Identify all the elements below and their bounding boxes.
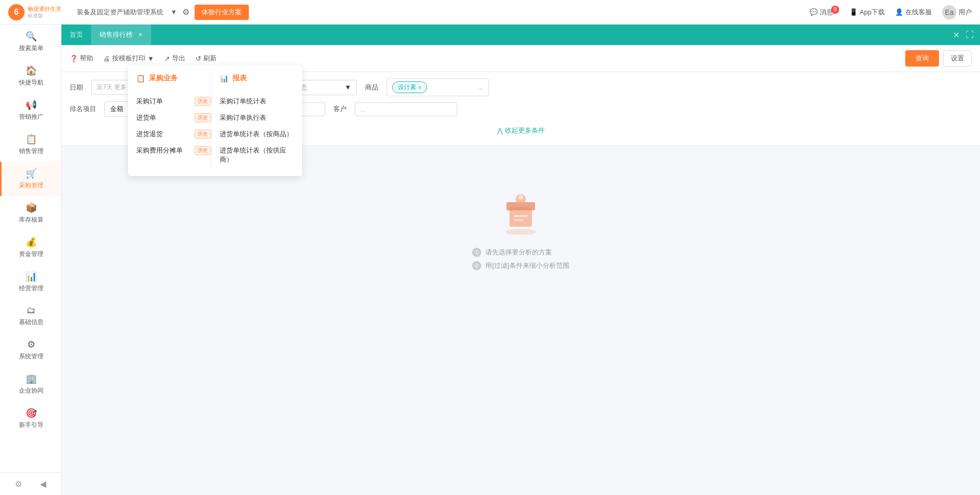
app-container: 6 畅捷通好生意 标准版 装备及固定资产辅助管理系统 ▼ ⚙ 体验行业方案 💬 … xyxy=(0,0,980,495)
sidebar-item-basic[interactable]: 🗂 基础信息 xyxy=(0,299,61,333)
dropdown-col-purchase-business: 📋 采购业务 采购订单 历史 进货单 历史 进货退货 xyxy=(136,74,211,168)
top-bar-left: 6 畅捷通好生意 标准版 装备及固定资产辅助管理系统 ▼ ⚙ 体验行业方案 xyxy=(8,4,249,20)
user-item[interactable]: Ea 用户 xyxy=(942,5,972,19)
tab-close-icon[interactable]: ✕ xyxy=(138,31,143,38)
online-service-item[interactable]: 👤 在线客服 xyxy=(895,8,932,17)
empty-tip-2: ② 用[过滤]条件来缩小分析范围 xyxy=(472,261,569,270)
tab-close-all-icon[interactable]: ✕ xyxy=(953,30,960,40)
footer-settings-icon[interactable]: ⚙ xyxy=(15,479,22,489)
sidebar-label-inventory: 库存核算 xyxy=(19,216,44,224)
empty-icon-container xyxy=(495,187,546,240)
product-tag: 设计素 × xyxy=(392,81,427,93)
sidebar-label-sales: 销售管理 xyxy=(19,147,44,156)
tab-sales-rank[interactable]: 销售排行榜 ✕ xyxy=(91,25,151,45)
dropdown-item-expense[interactable]: 采购费用分摊单 历史 xyxy=(136,142,211,159)
svg-rect-3 xyxy=(514,215,528,217)
sidebar-label-quick: 快捷导航 xyxy=(19,78,44,87)
main-area: 🔍 搜索菜单 🏠 快捷导航 📢 营销推广 📋 销售管理 🛒 采购管理 📦 xyxy=(0,25,980,495)
user-avatar: Ea xyxy=(942,5,956,19)
help-btn[interactable]: ❓ 帮助 xyxy=(70,54,93,63)
customer-label: 客户 xyxy=(333,104,347,114)
sales-icon: 📋 xyxy=(26,134,37,145)
purchase-business-icon: 📋 xyxy=(136,74,145,82)
rank-value: 金额 xyxy=(110,104,123,114)
help-icon: ❓ xyxy=(70,55,78,62)
dropdown-arrow-icon[interactable]: ▼ xyxy=(171,8,177,16)
newbie-icon: 🎯 xyxy=(26,407,37,419)
settings-gear-icon[interactable]: ⚙ xyxy=(182,7,189,17)
query-button[interactable]: 查询 xyxy=(905,50,939,67)
page-content: ❓ 帮助 🖨 按模板打印 ▼ ↗ 导出 ↺ 刷新 xyxy=(61,45,980,495)
dropdown-item-inbound-stat-supplier[interactable]: 进货单统计表（按供应商） xyxy=(220,142,294,168)
tip-num-2: ② xyxy=(472,261,481,270)
svg-rect-4 xyxy=(514,219,524,221)
system-icon: ⚙ xyxy=(27,339,35,350)
sidebar-label-purchase: 采购管理 xyxy=(19,181,44,190)
sidebar-item-quick[interactable]: 🏠 快捷导航 xyxy=(0,59,61,93)
product-select[interactable]: 设计素 × ... xyxy=(387,78,489,96)
dropdown-item-order-stat[interactable]: 采购订单统计表 xyxy=(220,93,294,110)
doc-status-arrow-icon: ▼ xyxy=(345,83,351,91)
sidebar-item-newbie[interactable]: 🎯 新手引导 xyxy=(0,401,61,436)
sidebar-item-marketing[interactable]: 📢 营销推广 xyxy=(0,93,61,127)
sidebar-label-system: 系统管理 xyxy=(19,352,44,361)
tab-home[interactable]: 首页 xyxy=(61,25,91,45)
dropdown-item-inbound-stat-product[interactable]: 进货单统计表（按商品） xyxy=(220,126,294,142)
history-badge-2: 历史 xyxy=(195,130,211,139)
sidebar-label-enterprise: 企业协同 xyxy=(19,386,44,395)
dropdown-item-purchase-order[interactable]: 采购订单 历史 xyxy=(136,93,211,110)
dropdown-col-title-2: 📊 报表 xyxy=(220,74,294,87)
footer-collapse-icon[interactable]: ◀ xyxy=(40,479,46,489)
inventory-icon: 📦 xyxy=(26,202,37,213)
refresh-btn[interactable]: ↺ 刷新 xyxy=(196,54,217,63)
empty-tips: ① 请先选择要分析的方案 ② 用[过滤]条件来缩小分析范围 xyxy=(472,248,569,270)
export-btn[interactable]: ↗ 导出 xyxy=(164,54,185,63)
sidebar-label-finance: 资金管理 xyxy=(19,250,44,259)
print-dropdown-icon[interactable]: ▼ xyxy=(147,55,154,62)
product-more-icon[interactable]: ... xyxy=(478,83,483,91)
logo-area: 6 畅捷通好生意 标准版 xyxy=(8,4,61,20)
sidebar-item-enterprise[interactable]: 🏢 企业协同 xyxy=(0,367,61,401)
sidebar: 🔍 搜索菜单 🏠 快捷导航 📢 营销推广 📋 销售管理 🛒 采购管理 📦 xyxy=(0,25,61,495)
sidebar-label-operations: 经营管理 xyxy=(19,284,44,293)
rank-label: 排名项目 xyxy=(70,104,96,114)
customer-select[interactable]: ... xyxy=(355,102,457,116)
purchase-icon: 🛒 xyxy=(26,168,37,179)
dropdown-item-order-exec[interactable]: 采购订单执行表 xyxy=(220,110,294,126)
refresh-icon: ↺ xyxy=(196,55,201,62)
industry-btn[interactable]: 体验行业方案 xyxy=(195,5,249,20)
empty-illustration xyxy=(495,187,546,238)
marketing-icon: 📢 xyxy=(26,99,37,111)
content-area: 首页 销售排行榜 ✕ ✕ ⛶ ❓ 帮助 xyxy=(61,25,980,495)
setting-button[interactable]: 设置 xyxy=(943,50,972,67)
top-bar-right: 💬 消息 9 📱 App下载 👤 在线客服 Ea 用户 xyxy=(809,5,972,19)
logo-icon: 6 xyxy=(8,4,25,20)
sidebar-footer: ⚙ ◀ xyxy=(0,472,61,495)
sidebar-item-inventory[interactable]: 📦 库存核算 xyxy=(0,196,61,230)
sidebar-item-system[interactable]: ⚙ 系统管理 xyxy=(0,333,61,367)
svg-point-6 xyxy=(518,195,523,200)
purchase-dropdown-menu: 📋 采购业务 采购订单 历史 进货单 历史 进货退货 xyxy=(128,66,302,176)
phone-icon: 📱 xyxy=(849,8,858,16)
sidebar-label-marketing: 营销推广 xyxy=(19,113,44,121)
sidebar-item-search[interactable]: 🔍 搜索菜单 xyxy=(0,25,61,59)
dropdown-item-inbound[interactable]: 进货单 历史 xyxy=(136,110,211,126)
dropdown-col-title-1: 📋 采购业务 xyxy=(136,74,211,87)
product-tag-close[interactable]: × xyxy=(418,84,421,91)
notifications-item[interactable]: 💬 消息 9 xyxy=(809,8,839,17)
sidebar-label-basic: 基础信息 xyxy=(19,318,44,327)
tab-bar: 首页 销售排行榜 ✕ ✕ ⛶ xyxy=(61,25,980,45)
sidebar-item-purchase[interactable]: 🛒 采购管理 xyxy=(0,162,61,196)
collapse-btn[interactable]: ⋀ 收起更多条件 xyxy=(493,122,549,139)
dropdown-item-return[interactable]: 进货退货 历史 xyxy=(136,126,211,142)
sidebar-label-newbie: 新手引导 xyxy=(19,421,44,429)
sidebar-item-finance[interactable]: 💰 资金管理 xyxy=(0,230,61,265)
tab-expand-icon[interactable]: ⛶ xyxy=(966,30,974,39)
print-btn[interactable]: 🖨 按模板打印 ▼ xyxy=(103,54,154,63)
customer-more[interactable]: ... xyxy=(360,105,366,113)
sidebar-item-sales[interactable]: 📋 销售管理 xyxy=(0,127,61,162)
search-icon: 🔍 xyxy=(26,31,37,42)
sidebar-item-operations[interactable]: 📊 经营管理 xyxy=(0,265,61,299)
app-download-item[interactable]: 📱 App下载 xyxy=(849,8,885,17)
enterprise-icon: 🏢 xyxy=(26,373,37,384)
